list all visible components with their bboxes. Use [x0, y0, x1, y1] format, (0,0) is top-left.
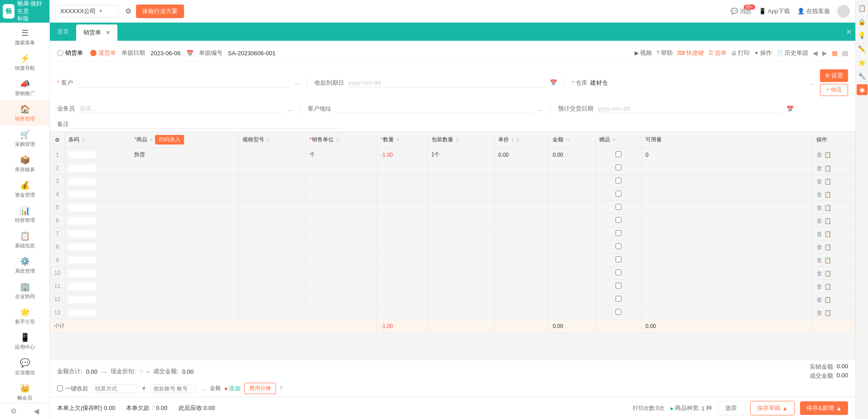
cell-amount[interactable]: 0.00 — [549, 148, 595, 162]
cell-price[interactable]: 0.00 — [495, 148, 549, 162]
copy-icon[interactable]: 📋 — [824, 204, 831, 211]
delete-icon[interactable]: 🗑 — [816, 309, 822, 316]
barcode-input[interactable] — [68, 151, 96, 158]
cell-barcode[interactable] — [65, 306, 131, 319]
tab-expand-icon[interactable]: ✕ — [846, 28, 852, 36]
sidebar-collapse-icon[interactable]: ◀ — [34, 407, 39, 415]
tool-history[interactable]: 📄 历史单据 — [776, 49, 808, 57]
scan-button[interactable]: 扫码录入 — [155, 135, 184, 144]
one-click-payment-checkbox[interactable] — [57, 385, 63, 391]
cell-amount[interactable] — [549, 227, 595, 241]
cell-amount[interactable] — [549, 214, 595, 227]
rp-orange-icon[interactable]: ◉ — [857, 84, 868, 95]
cell-spec[interactable] — [238, 214, 305, 227]
barcode-input[interactable] — [68, 178, 96, 185]
cell-unit[interactable]: 个 — [305, 148, 377, 162]
barcode-input[interactable] — [68, 244, 96, 250]
cell-unit[interactable] — [305, 188, 377, 201]
cell-gift[interactable] — [595, 188, 641, 201]
user-avatar[interactable] — [837, 5, 850, 18]
sidebar-item-search[interactable]: ☰搜索菜单 — [0, 24, 49, 50]
sidebar-item-quicknav[interactable]: ⚡快捷导航 — [0, 50, 49, 75]
sidebar-item-operations[interactable]: 📊经营管理 — [0, 202, 49, 227]
delete-icon[interactable]: 🗑 — [816, 283, 822, 290]
radio-salesorder[interactable]: 销货单 — [57, 49, 83, 57]
copy-icon[interactable]: 📋 — [824, 283, 831, 290]
cell-spec[interactable] — [238, 227, 305, 241]
cell-spec[interactable] — [238, 162, 305, 175]
cell-product[interactable] — [131, 214, 239, 227]
topbar-online-service[interactable]: 👤 在线客服 — [797, 7, 830, 15]
cell-spec[interactable] — [238, 175, 305, 188]
rp-lock-icon[interactable]: 🔒 — [857, 16, 868, 27]
gift-checkbox[interactable] — [616, 204, 621, 210]
salesperson-dots-icon[interactable]: ... — [288, 106, 293, 112]
cell-qty[interactable] — [377, 280, 427, 293]
cell-barcode[interactable] — [65, 293, 131, 306]
rp-notes-icon[interactable]: 📋 — [857, 3, 868, 14]
copy-icon[interactable]: 📋 — [824, 165, 831, 172]
sidebar-item-marketing[interactable]: 📣营销推广 — [0, 75, 49, 101]
sidebar-settings-icon[interactable]: ⚙ — [10, 407, 17, 415]
copy-icon[interactable]: 📋 — [824, 217, 831, 224]
cell-amount[interactable] — [549, 175, 595, 188]
logistics-button[interactable]: + 物流 — [820, 84, 848, 96]
barcode-input[interactable] — [68, 165, 96, 172]
view-grid-icon[interactable]: ▦ — [832, 49, 838, 57]
delete-icon[interactable]: 🗑 — [816, 270, 822, 277]
cell-price[interactable] — [495, 306, 549, 319]
rp-edit-icon[interactable]: ✏️ — [857, 43, 868, 54]
settlement-input[interactable] — [92, 384, 137, 393]
account-dots-icon[interactable]: ... — [201, 385, 206, 392]
cell-barcode[interactable] — [65, 175, 131, 188]
cell-product[interactable] — [131, 201, 239, 214]
barcode-input[interactable] — [68, 309, 96, 316]
cell-unit[interactable] — [305, 227, 377, 241]
cell-gift[interactable] — [595, 214, 641, 227]
cell-barcode[interactable] — [65, 214, 131, 227]
salesperson-input[interactable] — [78, 104, 283, 113]
gift-checkbox[interactable] — [616, 178, 621, 183]
cell-gift[interactable] — [595, 267, 641, 280]
payment-date-calendar-icon[interactable]: 📅 — [550, 79, 557, 86]
barcode-input[interactable] — [68, 257, 96, 264]
cell-qty[interactable] — [377, 267, 427, 280]
delete-icon[interactable]: 🗑 — [816, 151, 822, 158]
cell-barcode[interactable] — [65, 241, 131, 254]
cell-barcode[interactable] — [65, 201, 131, 214]
save-draft-button[interactable]: 保存草稿 ▲ — [750, 401, 795, 415]
gift-checkbox[interactable] — [616, 283, 621, 289]
cell-pkg-qty[interactable] — [427, 280, 495, 293]
customer-dots-icon[interactable]: ... — [295, 79, 300, 86]
delete-icon[interactable]: 🗑 — [816, 231, 822, 237]
tool-help[interactable]: ? 帮助 — [656, 49, 673, 57]
topbar-message[interactable]: 💬 消息 99+ — [731, 7, 752, 15]
customer-address-input[interactable] — [334, 104, 534, 113]
cell-amount[interactable] — [549, 280, 595, 293]
cell-price[interactable] — [495, 188, 549, 201]
cell-spec[interactable] — [238, 306, 305, 319]
cell-gift[interactable] — [595, 293, 641, 306]
sidebar-item-basic[interactable]: 📋基础信息 — [0, 227, 49, 253]
delete-icon[interactable]: 🗑 — [816, 165, 822, 172]
cell-product[interactable] — [131, 175, 239, 188]
cell-spec[interactable] — [238, 148, 305, 162]
cell-pkg-qty[interactable] — [427, 227, 495, 241]
sidebar-item-guide[interactable]: 🌟新手引导 — [0, 303, 49, 329]
cell-pkg-qty[interactable] — [427, 214, 495, 227]
delete-icon[interactable]: 🗑 — [816, 244, 822, 250]
cell-spec[interactable] — [238, 201, 305, 214]
cell-product[interactable] — [131, 306, 239, 319]
sidebar-item-system[interactable]: ⚙️系统管理 — [0, 253, 49, 278]
sidebar-item-finance[interactable]: 💰资金管理 — [0, 177, 49, 202]
copy-icon[interactable]: 📋 — [824, 151, 831, 158]
gift-checkbox[interactable] — [616, 164, 621, 170]
cell-barcode[interactable] — [65, 162, 131, 175]
cell-pkg-qty[interactable] — [427, 306, 495, 319]
sidebar-item-inventory[interactable]: 📦库存核算 — [0, 151, 49, 177]
sidebar-item-wechat[interactable]: 💬企业微信 — [0, 354, 49, 380]
copy-icon[interactable]: 📋 — [824, 270, 831, 277]
cell-qty[interactable] — [377, 188, 427, 201]
barcode-input[interactable] — [68, 270, 96, 277]
account-input[interactable] — [150, 384, 196, 393]
